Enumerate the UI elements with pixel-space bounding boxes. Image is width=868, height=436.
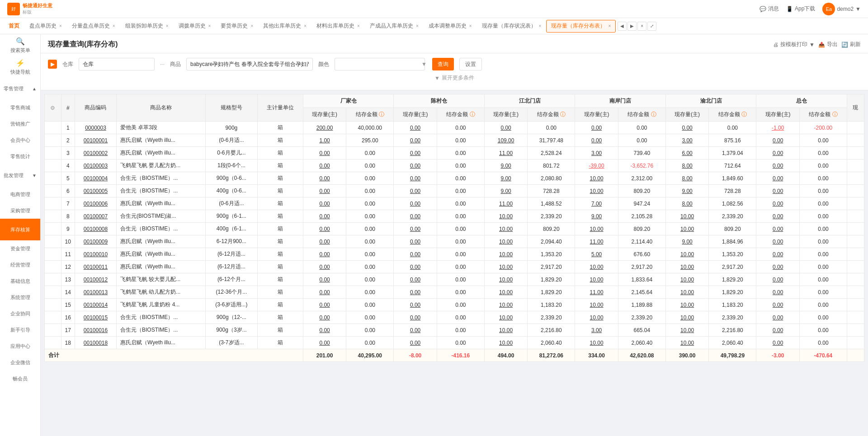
row-total-stock[interactable]: 0.00 <box>756 286 799 299</box>
row-total-stock[interactable]: 0.00 <box>756 197 799 210</box>
sidebar-item-appcenter[interactable]: 应用中心 <box>0 338 40 354</box>
row-nanan-stock[interactable]: 9.00 <box>575 210 618 223</box>
row-code[interactable]: 00100005 <box>75 185 116 197</box>
row-nanan-stock[interactable]: 5.00 <box>575 248 618 261</box>
row-chenshi-stock[interactable]: 0.00 <box>394 223 437 235</box>
tab-close-icon[interactable]: × <box>166 23 169 28</box>
row-code[interactable]: 00100002 <box>75 147 116 159</box>
row-total-stock[interactable]: 0.00 <box>756 147 799 159</box>
tab-material-out[interactable]: 材料出库单历史 × <box>311 20 365 33</box>
row-total-stock[interactable]: 0.00 <box>756 261 799 273</box>
row-jiangbei-stock[interactable]: 109.00 <box>484 134 527 147</box>
color-input[interactable] <box>335 58 425 70</box>
row-nanan-stock[interactable]: 10.00 <box>575 337 618 349</box>
row-code[interactable]: 00100003 <box>75 159 116 172</box>
row-total-stock[interactable]: 0.00 <box>756 324 799 337</box>
row-chenshi-stock[interactable]: 0.00 <box>394 172 437 185</box>
sidebar-item-retail-mall[interactable]: 零售商城 <box>0 99 40 116</box>
tab-product-in[interactable]: 产成品入库单历史 × <box>365 20 424 33</box>
row-factory-stock[interactable]: 0.00 <box>303 286 346 299</box>
tab-assemble[interactable]: 组装拆卸单历史 × <box>120 20 174 33</box>
row-total-stock[interactable]: 0.00 <box>756 210 799 223</box>
row-factory-stock[interactable]: 200.00 <box>303 122 346 134</box>
sidebar-item-basic[interactable]: 基础信息 <box>0 273 40 289</box>
tab-close-icon[interactable]: × <box>357 23 360 28</box>
row-jiangbei-stock[interactable]: 11.00 <box>484 197 527 210</box>
row-code[interactable]: 00100004 <box>75 172 116 185</box>
row-code[interactable]: 00100016 <box>75 324 116 337</box>
tab-close-icon[interactable]: × <box>539 23 542 28</box>
row-nanan-stock[interactable]: 10.00 <box>575 185 618 197</box>
row-nanan-stock[interactable]: 7.00 <box>575 197 618 210</box>
row-nanan-stock[interactable]: 3.00 <box>575 147 618 159</box>
row-factory-stock[interactable]: 0.00 <box>303 273 346 286</box>
row-jiangbei-stock[interactable]: 9.00 <box>484 159 527 172</box>
nav-close-button[interactable]: × <box>637 22 646 31</box>
row-yuzhong-stock[interactable]: 10.00 <box>665 299 708 311</box>
row-total-stock[interactable]: 0.00 <box>756 223 799 235</box>
sidebar-item-stock[interactable]: 库存核算 <box>0 219 40 240</box>
row-yuzhong-stock[interactable]: 8.00 <box>665 172 708 185</box>
tab-home[interactable]: 首页 <box>4 20 24 33</box>
row-code[interactable]: 00100014 <box>75 299 116 311</box>
row-chenshi-stock[interactable]: 0.00 <box>394 311 437 324</box>
row-nanan-stock[interactable]: 10.00 <box>575 172 618 185</box>
row-factory-stock[interactable]: 0.00 <box>303 185 346 197</box>
row-chenshi-stock[interactable]: 0.00 <box>394 147 437 159</box>
row-total-stock[interactable]: 0.00 <box>756 299 799 311</box>
row-nanan-stock[interactable]: 10.00 <box>575 223 618 235</box>
row-total-stock[interactable]: 0.00 <box>756 134 799 147</box>
row-jiangbei-stock[interactable]: 10.00 <box>484 223 527 235</box>
warehouse-input[interactable] <box>79 58 155 70</box>
row-nanan-stock[interactable]: 10.00 <box>575 261 618 273</box>
row-code[interactable]: 0000003 <box>75 122 116 134</box>
row-factory-stock[interactable]: 0.00 <box>303 210 346 223</box>
row-factory-stock[interactable]: 0.00 <box>303 299 346 311</box>
row-jiangbei-stock[interactable]: 9.00 <box>484 172 527 185</box>
row-yuzhong-stock[interactable]: 10.00 <box>665 273 708 286</box>
row-jiangbei-stock[interactable]: 9.00 <box>484 185 527 197</box>
th-settings[interactable]: ⚙ <box>45 94 61 122</box>
row-nanan-stock[interactable]: 11.00 <box>575 286 618 299</box>
tab-close-icon[interactable]: × <box>113 23 115 28</box>
row-factory-stock[interactable]: 0.00 <box>303 337 346 349</box>
nav-expand-button[interactable]: ⤢ <box>647 22 656 31</box>
tab-close-icon[interactable]: × <box>59 23 62 28</box>
row-factory-stock[interactable]: 0.00 <box>303 324 346 337</box>
row-factory-stock[interactable]: 0.00 <box>303 235 346 248</box>
row-code[interactable]: 00100012 <box>75 273 116 286</box>
row-chenshi-stock[interactable]: 0.00 <box>394 273 437 286</box>
settings-gear-icon[interactable]: ⚙ <box>50 105 55 111</box>
row-jiangbei-stock[interactable]: 0.00 <box>484 122 527 134</box>
sidebar-item-ecom[interactable]: 电商管理 <box>0 186 40 202</box>
app-download-button[interactable]: 📱 App下载 <box>786 5 815 13</box>
sidebar-item-search[interactable]: 🔍 搜索英单 <box>0 34 40 56</box>
row-total-stock[interactable]: 0.00 <box>756 311 799 324</box>
row-factory-stock[interactable]: 1.00 <box>303 134 346 147</box>
warehouse-dots-button[interactable]: ··· <box>160 61 165 67</box>
row-total-stock[interactable]: 0.00 <box>756 172 799 185</box>
row-total-stock[interactable]: 0.00 <box>756 248 799 261</box>
sidebar-item-system[interactable]: 系统管理 <box>0 289 40 305</box>
row-total-stock[interactable]: 0.00 <box>756 235 799 248</box>
row-chenshi-stock[interactable]: 0.00 <box>394 122 437 134</box>
row-yuzhong-stock[interactable]: 6.00 <box>665 147 708 159</box>
row-chenshi-stock[interactable]: 0.00 <box>394 134 437 147</box>
filter-collapse-button[interactable]: ▶ <box>48 60 57 69</box>
row-yuzhong-stock[interactable]: 0.00 <box>665 122 708 134</box>
tab-stock-status[interactable]: 现存量（库存状况表） × <box>477 20 547 33</box>
tab-inventory-sub[interactable]: 分量盘点单历史 × <box>67 20 120 33</box>
nav-prev-button[interactable]: ◀ <box>618 22 627 31</box>
row-factory-stock[interactable]: 0.00 <box>303 147 346 159</box>
row-yuzhong-stock[interactable]: 9.00 <box>665 185 708 197</box>
row-total-stock[interactable]: 0.00 <box>756 337 799 349</box>
tab-transfer[interactable]: 调拨单历史 × <box>174 20 216 33</box>
row-factory-stock[interactable]: 0.00 <box>303 197 346 210</box>
row-jiangbei-stock[interactable]: 10.00 <box>484 248 527 261</box>
export-button[interactable]: 📤 导出 <box>818 41 838 48</box>
row-code[interactable]: 00100010 <box>75 248 116 261</box>
row-chenshi-stock[interactable]: 0.00 <box>394 299 437 311</box>
row-chenshi-stock[interactable]: 0.00 <box>394 337 437 349</box>
row-code[interactable]: 00100009 <box>75 235 116 248</box>
row-factory-stock[interactable]: 0.00 <box>303 261 346 273</box>
